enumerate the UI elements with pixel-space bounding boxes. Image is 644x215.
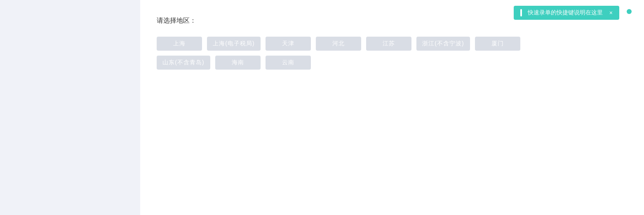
region-btn-hainan[interactable]: 海南 bbox=[215, 56, 261, 70]
region-btn-hebei[interactable]: 河北 bbox=[316, 37, 361, 51]
tooltip-banner: 快速录单的快捷键说明在这里 × bbox=[514, 6, 619, 20]
region-row-1: 上海上海(电子税局)天津河北江苏浙江(不含宁波)厦门 bbox=[157, 37, 628, 51]
main-content: 请选择地区： 上海上海(电子税局)天津河北江苏浙江(不含宁波)厦门 山东(不含青… bbox=[140, 0, 644, 215]
page-layout: 请选择地区： 上海上海(电子税局)天津河北江苏浙江(不含宁波)厦门 山东(不含青… bbox=[0, 0, 644, 215]
region-row-2: 山东(不含青岛)海南云南 bbox=[157, 56, 628, 70]
region-btn-yunnan[interactable]: 云南 bbox=[266, 56, 311, 70]
tooltip-dot bbox=[627, 9, 632, 14]
close-icon[interactable]: × bbox=[609, 9, 613, 16]
region-btn-xiamen[interactable]: 厦门 bbox=[475, 37, 520, 51]
sidebar bbox=[0, 0, 140, 215]
region-btn-shanghai-etax[interactable]: 上海(电子税局) bbox=[207, 37, 261, 51]
region-btn-shandong[interactable]: 山东(不含青岛) bbox=[157, 56, 210, 70]
region-btn-zhejiang[interactable]: 浙江(不含宁波) bbox=[416, 37, 470, 51]
tooltip-bar bbox=[520, 9, 522, 16]
region-btn-shanghai[interactable]: 上海 bbox=[157, 37, 202, 51]
region-btn-tianjin[interactable]: 天津 bbox=[266, 37, 311, 51]
tooltip-text: 快速录单的快捷键说明在这里 bbox=[528, 9, 603, 16]
region-btn-jiangsu[interactable]: 江苏 bbox=[366, 37, 411, 51]
